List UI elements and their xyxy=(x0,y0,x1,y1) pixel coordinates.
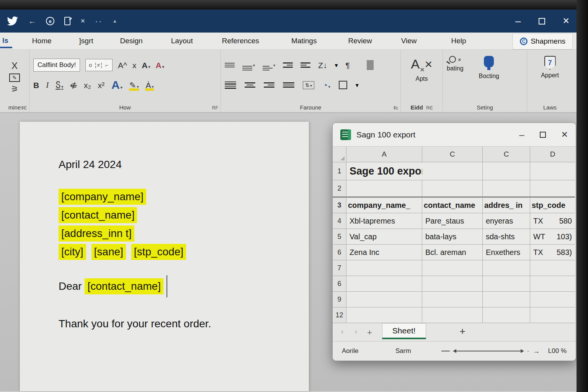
tab-design[interactable]: Design xyxy=(111,33,152,49)
row-number[interactable]: 4 xyxy=(333,213,346,229)
zoom-slider[interactable]: - → xyxy=(441,347,540,355)
styles-dialog-launcher[interactable]: RЄ xyxy=(426,105,433,111)
cell[interactable] xyxy=(346,307,422,323)
change-case-icon[interactable]: A▾ xyxy=(142,61,150,69)
protect-button[interactable]: 7 Appert xyxy=(531,56,569,79)
column-header-d[interactable]: D xyxy=(530,147,575,162)
close-button[interactable]: ✕ xyxy=(563,16,570,26)
sheet-tab-active[interactable]: Sheet! xyxy=(382,323,426,339)
zoom-out-icon[interactable] xyxy=(441,351,450,352)
excel-minimize-button[interactable]: – xyxy=(519,129,524,140)
tab-help[interactable]: Help xyxy=(442,33,475,49)
row-number[interactable]: 6 xyxy=(333,276,346,291)
align-left-icon[interactable] xyxy=(225,82,236,89)
borders-icon[interactable] xyxy=(339,81,347,89)
cell[interactable] xyxy=(422,180,483,196)
tab-home[interactable]: Home xyxy=(23,33,61,49)
align-center-icon[interactable] xyxy=(245,82,255,88)
cell[interactable] xyxy=(530,292,575,307)
cut-icon[interactable]: X xyxy=(11,61,18,70)
cell-contact[interactable]: Pare_staus xyxy=(422,213,483,229)
column-header-c[interactable]: C xyxy=(483,147,530,162)
header-company-name[interactable]: company_name_ xyxy=(346,197,422,213)
sheet-nav-plus-icon[interactable]: + xyxy=(367,328,372,338)
cell[interactable] xyxy=(422,260,483,276)
font-color-button[interactable]: Ȧ▾ xyxy=(145,81,154,89)
grow-font-icon[interactable]: A^ xyxy=(118,61,127,69)
format-painter-icon[interactable]: ⚞ xyxy=(11,85,18,93)
cell[interactable] xyxy=(530,260,575,276)
font-dialog-launcher[interactable]: RF xyxy=(212,105,218,111)
edge-circle-icon[interactable]: e xyxy=(46,17,54,25)
tab-review[interactable]: Review xyxy=(339,33,381,49)
cell-company[interactable]: Val_cap xyxy=(346,229,422,244)
decrease-indent-icon[interactable] xyxy=(283,62,293,68)
clear-formatting-icon[interactable]: A▾ xyxy=(155,61,164,69)
field-address[interactable]: [address_inn t] xyxy=(59,225,134,242)
sheet-nav-left-icon[interactable]: ‹ xyxy=(341,328,343,336)
cell[interactable] xyxy=(346,180,422,196)
pin-icon[interactable]: ▲ xyxy=(113,18,117,24)
shrink-font-icon[interactable]: x xyxy=(132,61,137,69)
header-stp-code[interactable]: stp_code xyxy=(530,197,575,213)
strikethrough-button[interactable]: ⊄ xyxy=(70,81,77,89)
row-number[interactable]: 7 xyxy=(333,260,346,276)
select-all-corner[interactable] xyxy=(333,147,346,162)
cell[interactable] xyxy=(422,162,483,180)
row-number[interactable]: 9 xyxy=(333,292,346,307)
subscript-button[interactable]: x₂ xyxy=(84,81,91,89)
dictate-button[interactable]: Bocting xyxy=(479,56,499,80)
cell-contact[interactable]: Bcl. areman xyxy=(422,245,483,260)
bold-button[interactable]: B xyxy=(33,81,39,89)
cell[interactable] xyxy=(483,307,530,323)
cell[interactable] xyxy=(346,292,422,307)
multilevel-list-icon[interactable]: ▾ xyxy=(263,60,275,70)
tab-mailings[interactable]: Matings xyxy=(282,33,326,49)
ellipsis-icon[interactable]: ·· xyxy=(95,17,103,26)
field-zip[interactable]: [stp_code] xyxy=(131,244,186,260)
excel-maximize-button[interactable] xyxy=(540,132,546,138)
paragraph-dialog-launcher[interactable]: Ⅱc xyxy=(394,105,398,111)
cell-title[interactable]: Sage 100 export xyxy=(346,162,422,180)
tab-file[interactable]: ls xyxy=(0,34,12,48)
row-number[interactable]: 2 xyxy=(333,180,346,196)
cell[interactable] xyxy=(530,180,575,196)
zoom-in-icon[interactable]: → xyxy=(533,347,540,355)
document-pencil-icon[interactable] xyxy=(64,17,70,25)
cell[interactable] xyxy=(483,162,530,180)
align-right-icon[interactable] xyxy=(264,82,274,88)
header-address[interactable]: addres_ in xyxy=(483,197,530,213)
tab-references[interactable]: References xyxy=(213,33,268,49)
cell[interactable] xyxy=(530,276,575,291)
zoom-slider-track[interactable] xyxy=(454,351,523,351)
font-size-input[interactable]: o ¦≠¦ ⌐ xyxy=(85,59,113,71)
cell-address[interactable]: enyeras xyxy=(483,213,530,229)
cell[interactable] xyxy=(530,162,575,180)
cell-company[interactable]: Zena Inc xyxy=(346,245,422,260)
font-name-input[interactable]: Calflint Body! xyxy=(33,59,80,72)
cell[interactable] xyxy=(422,276,483,291)
copy-icon[interactable]: ✎ xyxy=(9,74,20,82)
sheet-nav-right-icon[interactable]: › xyxy=(355,328,357,336)
excel-titlebar[interactable]: Sagn 100 export – ✕ xyxy=(333,123,576,147)
cell[interactable] xyxy=(483,260,530,276)
tab-layout[interactable]: Layout xyxy=(162,33,202,49)
increase-indent-icon[interactable] xyxy=(301,62,310,68)
column-header-b[interactable]: C xyxy=(422,147,483,162)
row-number[interactable]: 1 xyxy=(333,162,346,180)
cell-stp-code[interactable]: TX 580 xyxy=(530,213,575,229)
styles-button[interactable]: A⨯× Apts xyxy=(405,57,439,82)
tab-view[interactable]: View xyxy=(392,33,426,49)
pane-icon[interactable] xyxy=(367,60,374,70)
field-contact-name[interactable]: [contact_name] xyxy=(59,207,137,223)
cell-address[interactable]: sda-shts xyxy=(483,229,530,244)
cell[interactable] xyxy=(483,180,530,196)
line-spacing-icon[interactable]: ⇅▾ xyxy=(303,81,314,89)
cell[interactable] xyxy=(422,292,483,307)
bullet-list-icon[interactable] xyxy=(225,63,235,67)
maximize-button[interactable] xyxy=(539,18,545,24)
row-number[interactable]: 5 xyxy=(333,229,346,244)
row-number[interactable]: 12 xyxy=(333,307,346,323)
cell[interactable] xyxy=(483,292,530,307)
sort-icon[interactable]: Z↓ xyxy=(318,61,327,69)
